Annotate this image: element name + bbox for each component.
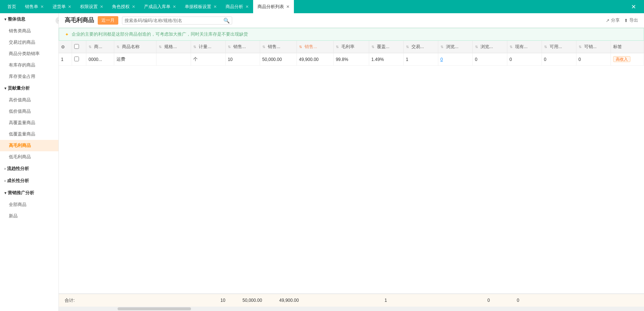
sidebar-group-growth-arrow: ›: [4, 179, 6, 183]
table-row: 1 0000... 运费 个 10 50,000.00 49,900.00 99: [59, 53, 644, 66]
cell-name: 运费: [114, 53, 156, 66]
nav-product-analysis-list-close[interactable]: ✕: [286, 4, 289, 9]
nav-product-analysis-list[interactable]: 商品分析列表 ✕: [253, 0, 294, 13]
sidebar-group-growth[interactable]: › 成长性分析: [0, 175, 58, 187]
sidebar-item-new-goods[interactable]: 新品: [0, 210, 58, 222]
col-views1[interactable]: ⇅ 浏览...: [438, 41, 472, 53]
footer-sales-profit-val: 49,900.00: [264, 298, 301, 303]
header-actions: ↗ 分享 ⬆ 导出: [606, 17, 638, 23]
sidebar-item-category-rate[interactable]: 商品分类助销率: [0, 48, 58, 59]
share-icon: ↗: [606, 18, 609, 23]
col-sales-profit[interactable]: ⇅ 销售...: [296, 41, 333, 53]
nav-purchase-close[interactable]: ✕: [68, 4, 71, 9]
sidebar-item-high-margin[interactable]: 高毛利商品: [0, 140, 58, 151]
sidebar-group-trend[interactable]: › 流趋性分析: [0, 163, 58, 175]
nav-product-analysis-close[interactable]: ✕: [245, 4, 249, 9]
nav-template[interactable]: 单据模板设置 ✕: [180, 0, 221, 13]
sidebar-group-marketing-arrow: ▾: [4, 191, 6, 195]
col-name-sort: ⇅: [116, 45, 119, 49]
col-transactions[interactable]: ⇅ 交易...: [403, 41, 438, 53]
share-button[interactable]: ↗ 分享: [606, 17, 620, 23]
row-checkbox[interactable]: [74, 57, 79, 61]
select-all-checkbox[interactable]: [74, 44, 79, 49]
cell-tag: 高收入: [611, 53, 644, 66]
col-views2[interactable]: ⇅ 浏览...: [472, 41, 507, 53]
col-unit[interactable]: ⇅ 计量...: [191, 41, 225, 53]
search-input[interactable]: [125, 18, 223, 23]
cell-current-stock: 0: [507, 53, 542, 66]
col-views2-sort: ⇅: [475, 45, 478, 49]
nav-sales[interactable]: 销售单 ✕: [21, 0, 48, 13]
window-close-button[interactable]: ✕: [626, 3, 641, 10]
table-container[interactable]: ⚙ ⇅ 商... ⇅ 商品名称: [59, 41, 644, 293]
sidebar-item-high-value[interactable]: 高价值商品: [0, 94, 58, 106]
nav-permissions[interactable]: 权限设置 ✕: [76, 0, 108, 13]
export-button[interactable]: ⬆ 导出: [624, 17, 638, 23]
bottom-scrollbar[interactable]: [59, 307, 644, 311]
cell-transactions: 1: [403, 53, 438, 66]
sidebar-group-contribution[interactable]: ▾ 贡献量分析: [0, 82, 58, 94]
info-text: 企业的主要的利润都是这部分商品创造的，可考虑加大推广，同时关注库存是不要出现缺货: [72, 31, 248, 37]
sidebar-item-traded-goods[interactable]: 交易过的商品: [0, 37, 58, 48]
col-gross-rate-sort: ⇅: [336, 45, 339, 49]
sidebar-item-stock-funds[interactable]: 库存资金占用: [0, 71, 58, 82]
cell-checkbox: [72, 53, 86, 66]
col-sales-qty[interactable]: ⇅ 销售...: [225, 41, 260, 53]
footer-totals: 合计: 10 50,000.00 49,900.00 1 0 0: [59, 293, 644, 307]
tag-high-income-badge: 高收入: [613, 56, 630, 62]
sidebar-group-overall-arrow: ▾: [4, 17, 6, 21]
footer-transactions-val: 1: [367, 298, 389, 303]
col-sales-amount[interactable]: ⇅ 销售...: [260, 41, 296, 53]
nav-permissions-close[interactable]: ✕: [100, 4, 103, 9]
content-area: 高毛利商品 近一月 🔍 ↗ 分享 ⬆ 导出: [59, 13, 644, 311]
col-available-stock-sort: ⇅: [544, 45, 547, 49]
nav-roles-close[interactable]: ✕: [132, 4, 135, 9]
table-header-row: ⚙ ⇅ 商... ⇅ 商品名称: [59, 41, 644, 53]
col-seq: ⚙: [59, 41, 72, 53]
nav-production[interactable]: 产成品入库单 ✕: [140, 0, 180, 13]
col-coverage[interactable]: ⇅ 覆盖...: [369, 41, 403, 53]
sidebar-item-all-goods[interactable]: 全部商品: [0, 199, 58, 210]
nav-template-close[interactable]: ✕: [213, 4, 217, 9]
cell-sales-profit: 49,900.00: [296, 53, 333, 66]
search-icon[interactable]: 🔍: [223, 18, 230, 23]
col-tag: 标签: [611, 41, 644, 53]
settings-icon[interactable]: ⚙: [61, 44, 65, 50]
footer-sales-amount-val: 50,000.00: [227, 298, 264, 303]
nav-product-analysis[interactable]: 商品分析 ✕: [221, 0, 253, 13]
data-table: ⚙ ⇅ 商... ⇅ 商品名称: [59, 41, 644, 66]
col-available-stock[interactable]: ⇅ 可用...: [542, 41, 576, 53]
sidebar-item-low-value[interactable]: 低价值商品: [0, 106, 58, 117]
col-current-stock[interactable]: ⇅ 现有...: [507, 41, 542, 53]
col-gross-rate[interactable]: ⇅ 毛利率: [333, 41, 369, 53]
cell-views1[interactable]: 0: [438, 53, 472, 66]
sidebar-item-sales-goods[interactable]: 销售类商品: [0, 25, 58, 37]
nav-roles[interactable]: 角色授权 ✕: [108, 0, 140, 13]
sidebar-item-low-coverage[interactable]: 低覆盖量商品: [0, 129, 58, 140]
col-sellable-stock-sort: ⇅: [579, 45, 582, 49]
filter-recent-month-button[interactable]: 近一月: [98, 16, 118, 25]
sidebar-item-low-margin[interactable]: 低毛利商品: [0, 151, 58, 163]
scrollbar-thumb[interactable]: [118, 307, 191, 310]
info-icon: ✦: [65, 32, 69, 37]
views1-link[interactable]: 0: [440, 57, 443, 62]
nav-purchase[interactable]: 进货单 ✕: [48, 0, 76, 13]
sidebar: « ▾ 整体信息 销售类商品 交易过的商品 商品分类助销率 有库存的商品 库存资…: [0, 13, 59, 311]
nav-sales-close[interactable]: ✕: [40, 4, 44, 9]
cell-code: 0000...: [86, 53, 114, 66]
top-nav: 首页 销售单 ✕ 进货单 ✕ 权限设置 ✕ 角色授权 ✕ 产成品入库单 ✕ 单据…: [0, 0, 644, 13]
col-current-stock-sort: ⇅: [510, 45, 512, 49]
col-spec[interactable]: ⇅ 规格...: [156, 41, 191, 53]
nav-production-close[interactable]: ✕: [173, 4, 176, 9]
col-name[interactable]: ⇅ 商品名称: [114, 41, 156, 53]
col-sellable-stock[interactable]: ⇅ 可销...: [576, 41, 611, 53]
sidebar-item-instock-goods[interactable]: 有库存的商品: [0, 59, 58, 71]
sidebar-group-marketing[interactable]: ▾ 营销推广分析: [0, 187, 58, 199]
col-views1-sort: ⇅: [440, 45, 443, 49]
sidebar-item-high-coverage[interactable]: 高覆盖量商品: [0, 117, 58, 129]
sidebar-group-overall[interactable]: ▾ 整体信息: [0, 13, 58, 25]
col-sales-qty-sort: ⇅: [228, 45, 231, 49]
col-unit-sort: ⇅: [193, 45, 196, 49]
col-code[interactable]: ⇅ 商...: [86, 41, 114, 53]
nav-home[interactable]: 首页: [3, 0, 21, 13]
